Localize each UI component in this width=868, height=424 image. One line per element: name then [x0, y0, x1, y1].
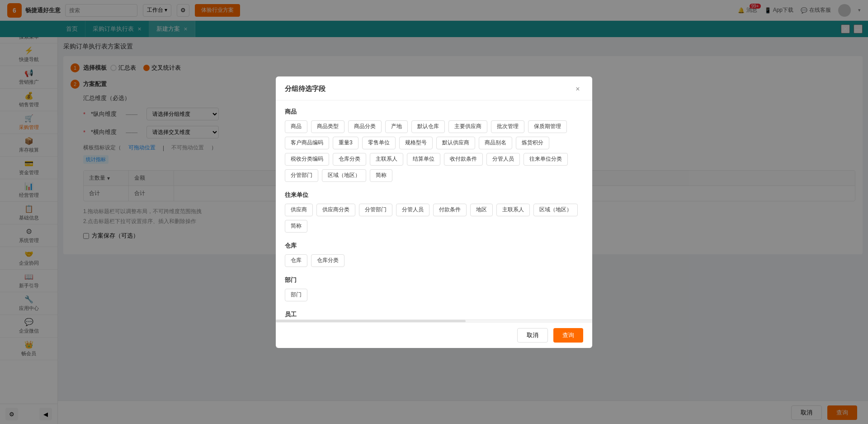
- field-tag-lian-score[interactable]: 炼货积分: [516, 137, 549, 149]
- field-section-goods-title: 商品: [285, 108, 583, 116]
- field-tag-goods-type[interactable]: 商品类型: [311, 120, 344, 133]
- modal-body: 商品 商品 商品类型 商品分类 产地 默认仓库 主要供应商 批次管理 保质期管理…: [276, 100, 592, 319]
- modal-dialog: 分组待选字段 × 商品 商品 商品类型 商品分类 产地 默认仓库 主要供应商 批…: [276, 76, 592, 348]
- modal-footer: 取消 查询: [276, 322, 592, 348]
- modal-cancel-button[interactable]: 取消: [517, 328, 548, 343]
- field-tag-origin[interactable]: 产地: [385, 120, 408, 133]
- field-tag-counterpart-category[interactable]: 往来单位分类: [524, 153, 568, 166]
- field-tag-customer-code[interactable]: 客户商品编码: [285, 137, 329, 149]
- field-tag-abbr[interactable]: 简称: [285, 220, 307, 233]
- field-tags-department: 部门: [285, 289, 583, 301]
- field-tag-batch-mgmt[interactable]: 批次管理: [491, 120, 524, 133]
- field-section-employee-title: 员工: [285, 310, 583, 319]
- field-tag-main-supplier[interactable]: 主要供应商: [448, 120, 487, 133]
- field-section-department-title: 部门: [285, 276, 583, 284]
- field-tag-admin-dept[interactable]: 分管部门: [285, 169, 318, 182]
- field-tags-goods: 商品 商品类型 商品分类 产地 默认仓库 主要供应商 批次管理 保质期管理 客户…: [285, 120, 583, 182]
- field-tag-pay-terms[interactable]: 付款条件: [433, 204, 467, 216]
- field-tag-retail-unit[interactable]: 零售单位: [362, 137, 396, 149]
- field-tags-counterpart: 供应商 供应商分类 分管部门 分管人员 付款条件 地区 主联系人 区域（地区） …: [285, 204, 583, 233]
- modal-close-button[interactable]: ×: [572, 84, 583, 95]
- field-tags-warehouse: 仓库 仓库分类: [285, 254, 583, 267]
- field-tag-warehouse[interactable]: 仓库: [285, 254, 307, 267]
- field-tag-main-contact[interactable]: 主联系人: [370, 153, 403, 166]
- field-tag-warehouse-cat[interactable]: 仓库分类: [311, 254, 344, 267]
- field-tag-warehouse-category[interactable]: 仓库分类: [333, 153, 366, 166]
- field-tag-tax-code[interactable]: 税收分类编码: [285, 153, 329, 166]
- field-tag-dept[interactable]: 分管部门: [359, 204, 392, 216]
- modal-header: 分组待选字段 ×: [276, 76, 592, 100]
- field-tag-short-name[interactable]: 简称: [370, 169, 392, 182]
- field-tag-area[interactable]: 地区: [470, 204, 493, 216]
- field-tag-spec-model[interactable]: 规格型号: [399, 137, 433, 149]
- modal-overlay: 分组待选字段 × 商品 商品 商品类型 商品分类 产地 默认仓库 主要供应商 批…: [0, 0, 868, 424]
- field-section-warehouse: 仓库 仓库 仓库分类: [285, 242, 583, 267]
- field-tag-managed-person[interactable]: 分管人员: [396, 204, 429, 216]
- field-tag-region2[interactable]: 区域（地区）: [533, 204, 578, 216]
- field-tag-settlement-unit[interactable]: 结算单位: [407, 153, 440, 166]
- field-tag-contact[interactable]: 主联系人: [496, 204, 530, 216]
- field-tag-weight3[interactable]: 重量3: [333, 137, 359, 149]
- field-tag-supplier[interactable]: 供应商: [285, 204, 313, 216]
- field-tag-department[interactable]: 部门: [285, 289, 307, 301]
- field-section-employee: 员工 业务员: [285, 310, 583, 319]
- field-tag-goods[interactable]: 商品: [285, 120, 307, 133]
- modal-confirm-button[interactable]: 查询: [553, 328, 583, 343]
- field-tag-default-supplier[interactable]: 默认供应商: [436, 137, 475, 149]
- field-section-counterpart-title: 往来单位: [285, 191, 583, 199]
- field-tag-default-warehouse[interactable]: 默认仓库: [411, 120, 445, 133]
- modal-hscrollbar[interactable]: [276, 319, 592, 322]
- field-section-counterpart: 往来单位 供应商 供应商分类 分管部门 分管人员 付款条件 地区 主联系人 区域…: [285, 191, 583, 233]
- field-tag-region[interactable]: 区域（地区）: [322, 169, 366, 182]
- field-section-goods: 商品 商品 商品类型 商品分类 产地 默认仓库 主要供应商 批次管理 保质期管理…: [285, 108, 583, 182]
- field-tag-supplier-category[interactable]: 供应商分类: [316, 204, 355, 216]
- modal-hscrollbar-thumb[interactable]: [276, 320, 466, 322]
- field-tag-payment-terms[interactable]: 收付款条件: [444, 153, 483, 166]
- field-section-department: 部门 部门: [285, 276, 583, 301]
- modal-title: 分组待选字段: [285, 85, 326, 93]
- field-tag-goods-alias[interactable]: 商品别名: [479, 137, 512, 149]
- field-tag-goods-category[interactable]: 商品分类: [348, 120, 382, 133]
- field-tag-expiry-mgmt[interactable]: 保质期管理: [528, 120, 567, 133]
- field-section-warehouse-title: 仓库: [285, 242, 583, 250]
- field-tag-admin-person[interactable]: 分管人员: [486, 153, 520, 166]
